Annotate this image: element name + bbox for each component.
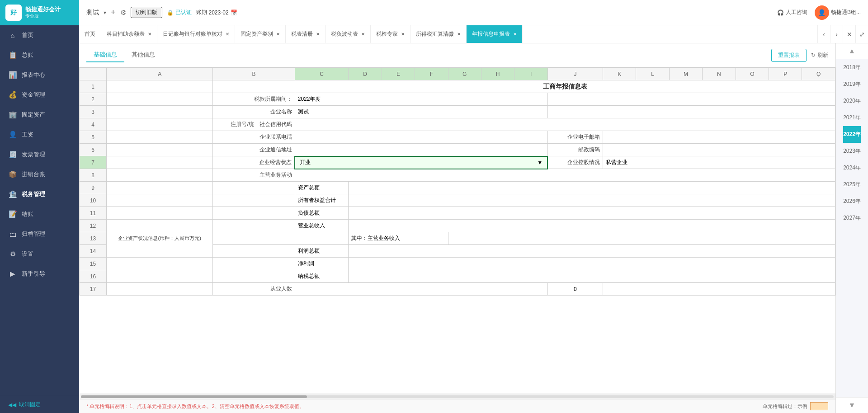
cell-1-b[interactable]	[213, 80, 295, 93]
cell-15-b[interactable]	[213, 258, 295, 270]
cell-16-d[interactable]	[349, 270, 835, 283]
cell-13-d[interactable]: 其中：主营业务收入	[349, 232, 448, 245]
cell-11-a[interactable]	[107, 207, 213, 220]
scrollbar-track[interactable]	[81, 395, 834, 398]
cell-2-j[interactable]	[547, 93, 835, 106]
cell-6-b[interactable]: 企业通信地址	[213, 144, 295, 156]
tab-tax_expert[interactable]: 税检专家✕	[371, 25, 410, 43]
tab-close-journal[interactable]: ✕	[226, 32, 229, 37]
cell-17-b[interactable]: 从业人数	[213, 283, 295, 296]
cell-16-b[interactable]	[213, 270, 295, 283]
tab-expand[interactable]: ⤢	[855, 25, 868, 43]
cell-4-b[interactable]: 注册号/统一社会信用代码	[213, 118, 295, 131]
cell-13-c[interactable]	[295, 232, 349, 245]
col-header-d[interactable]: D	[349, 68, 382, 80]
sidebar-item-archive[interactable]: 🗃 归档管理	[0, 224, 79, 244]
cell-7-a[interactable]	[107, 156, 213, 169]
cell-6-c[interactable]	[295, 144, 547, 156]
cell-10-b[interactable]	[213, 194, 295, 207]
tab-close-tax_calc[interactable]: ✕	[457, 32, 461, 37]
col-header-j[interactable]: J	[547, 68, 603, 80]
cell-5-b[interactable]: 企业联系电话	[213, 131, 295, 144]
cell-9-d[interactable]	[349, 182, 835, 194]
sidebar-cancel-fixed[interactable]: ◀◀ 取消固定	[0, 396, 79, 413]
tab-close-tax_wave[interactable]: ✕	[361, 32, 365, 37]
sidebar-item-settle[interactable]: 📝 结账	[0, 204, 79, 224]
cell-8-a[interactable]	[107, 169, 213, 182]
horizontal-scrollbar[interactable]	[79, 394, 835, 399]
col-header-g[interactable]: G	[448, 68, 481, 80]
col-header-k[interactable]: K	[603, 68, 636, 80]
sidebar-item-guide[interactable]: ▶ 新手引导	[0, 264, 79, 284]
cell-5-a[interactable]	[107, 131, 213, 144]
tab-tax_clear[interactable]: 税表清册✕	[286, 25, 326, 43]
cell-5-k[interactable]	[603, 131, 835, 144]
tab-close-all[interactable]: ✕	[843, 25, 855, 43]
tab-home[interactable]: 首页	[79, 25, 101, 43]
scrollbar-thumb[interactable]	[81, 395, 307, 398]
tab-annual_report[interactable]: 年报信息申报表✕	[467, 25, 523, 43]
year-item-2021[interactable]: 2021年	[843, 109, 861, 126]
cell-2-a[interactable]	[107, 93, 213, 106]
cell-14-d[interactable]	[349, 245, 835, 258]
user-area[interactable]: 👤 畅捷通B组...	[815, 5, 861, 20]
year-item-2026[interactable]: 2026年	[843, 193, 861, 210]
cell-3-b[interactable]: 企业名称	[213, 106, 295, 118]
cell-7-j[interactable]: 企业控股情况	[547, 156, 603, 169]
cell-12-a-merged[interactable]: 企业资产状况信息(币种：人民币万元)	[107, 220, 213, 258]
cell-1-title[interactable]: 工商年报信息表	[295, 80, 835, 93]
cell-7-k[interactable]: 私营企业	[603, 156, 835, 169]
old-version-btn[interactable]: 切到旧版	[131, 7, 162, 18]
cell-6-a[interactable]	[107, 144, 213, 156]
cell-5-c[interactable]	[295, 131, 547, 144]
cell-1-a[interactable]	[107, 80, 213, 93]
year-item-2020[interactable]: 2020年	[843, 93, 861, 109]
tab-tax_wave[interactable]: 税负波动表✕	[326, 25, 371, 43]
col-header-n[interactable]: N	[703, 68, 736, 80]
cell-15-c[interactable]: 净利润	[295, 258, 349, 270]
cell-14-b[interactable]	[213, 245, 295, 258]
col-header-e[interactable]: E	[382, 68, 415, 80]
cell-16-a[interactable]	[107, 270, 213, 283]
cell-2-b[interactable]: 税款所属期间：	[213, 93, 295, 106]
sidebar-item-finance[interactable]: 💰 资金管理	[0, 85, 79, 105]
service-btn[interactable]: 🎧 人工咨询	[777, 9, 807, 16]
cell-5-j[interactable]: 企业电子邮箱	[547, 131, 603, 144]
col-header-q[interactable]: Q	[802, 68, 835, 80]
cell-8-b[interactable]: 主营业务活动	[213, 169, 295, 182]
col-header-h[interactable]: H	[481, 68, 514, 80]
year-nav-down[interactable]: ▼	[836, 397, 868, 413]
year-item-2027[interactable]: 2027年	[843, 210, 861, 226]
cell-16-c[interactable]: 纳税总额	[295, 270, 349, 283]
sheet-tab-other[interactable]: 其他信息	[124, 48, 162, 62]
cell-9-b[interactable]	[213, 182, 295, 194]
cell-11-d[interactable]	[349, 207, 835, 220]
tab-nav-next[interactable]: ›	[830, 25, 843, 43]
cell-14-c[interactable]: 利润总额	[295, 245, 349, 258]
sidebar-item-report[interactable]: 📊 报表中心	[0, 65, 79, 85]
sidebar-item-purchase[interactable]: 📦 进销台账	[0, 164, 79, 184]
refresh-btn[interactable]: ↻ 刷新	[811, 52, 828, 59]
tab-close-annual_report[interactable]: ✕	[513, 32, 517, 37]
year-item-2025[interactable]: 2025年	[843, 176, 861, 193]
reset-report-btn[interactable]: 重置报表	[771, 49, 807, 62]
cell-7-c-dropdown[interactable]: 开业 ▼	[295, 156, 547, 169]
calendar-icon[interactable]: 📅	[231, 9, 237, 16]
cell-9-a[interactable]	[107, 182, 213, 194]
tab-close-tax_expert[interactable]: ✕	[401, 32, 405, 37]
sidebar-item-settings[interactable]: ⚙ 设置	[0, 244, 79, 264]
cell-4-a[interactable]	[107, 118, 213, 131]
cell-15-a[interactable]	[107, 258, 213, 270]
year-item-2019[interactable]: 2019年	[843, 76, 861, 93]
tab-close-fixed_category[interactable]: ✕	[276, 32, 280, 37]
tab-close-tax_clear[interactable]: ✕	[316, 32, 320, 37]
cell-12-b[interactable]	[213, 220, 295, 232]
add-workspace-btn[interactable]: +	[111, 8, 116, 17]
col-header-o[interactable]: O	[736, 68, 769, 80]
year-nav-up[interactable]: ▲	[836, 43, 868, 59]
col-header-l[interactable]: L	[636, 68, 669, 80]
cell-8-c[interactable]	[295, 169, 835, 182]
tab-close-auxiliary[interactable]: ✕	[148, 32, 151, 37]
col-header-f[interactable]: F	[415, 68, 448, 80]
cell-11-c[interactable]: 负债总额	[295, 207, 349, 220]
